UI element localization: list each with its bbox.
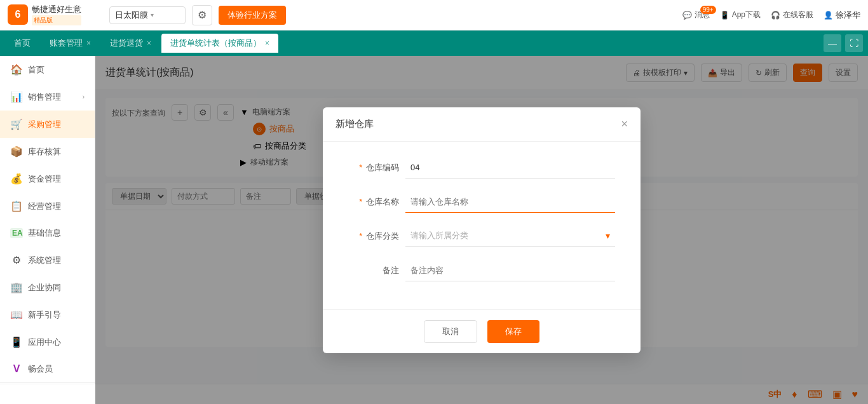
- code-label: * 仓库编码: [348, 162, 399, 173]
- headset-icon: 🎧: [771, 11, 780, 20]
- tab-home[interactable]: 首页: [5, 34, 39, 53]
- user-profile-button[interactable]: 👤 徐泽华: [824, 10, 860, 21]
- settings-button[interactable]: ⚙: [192, 5, 212, 25]
- online-service-button[interactable]: 🎧 在线客服: [771, 10, 813, 20]
- sidebar-item-sales-label: 销售管理: [28, 91, 61, 103]
- message-button[interactable]: 💬 99+ 消息: [682, 10, 710, 20]
- top-header: 6 畅捷通好生意 精品版 日太阳膜 ▾ ⚙ 体验行业方案 💬 99+ 消息 📱 …: [0, 0, 868, 30]
- tab-account-close[interactable]: ×: [86, 39, 91, 48]
- sidebar-sales-arrow: ›: [83, 93, 85, 100]
- warehouse-code-input[interactable]: [405, 157, 615, 178]
- sidebar-item-system-label: 系统管理: [28, 255, 61, 266]
- logo-badge: 精品版: [32, 15, 81, 25]
- form-row-code: * 仓库编码: [348, 157, 615, 178]
- warehouse-note-input[interactable]: [405, 260, 615, 281]
- avatar-icon: 👤: [824, 11, 833, 20]
- sidebar-item-operations[interactable]: 📋 经营管理: [0, 192, 95, 220]
- tab-purchase-return-close[interactable]: ×: [147, 39, 151, 48]
- sidebar-item-home-label: 首页: [28, 64, 44, 76]
- inventory-icon: 📦: [10, 145, 23, 158]
- warehouse-name-input[interactable]: [405, 191, 615, 213]
- warehouse-category-select[interactable]: 请输入所属分类 ▾: [405, 226, 615, 247]
- sidebar-item-finance[interactable]: 💰 资金管理: [0, 165, 95, 192]
- save-button[interactable]: 保存: [487, 320, 539, 343]
- sidebar-item-enterprise[interactable]: 🏢 企业协同: [0, 274, 95, 301]
- tab-account-label: 账套管理: [50, 37, 83, 49]
- sidebar-item-purchase-label: 采购管理: [28, 119, 61, 130]
- dialog-title: 新增仓库: [336, 118, 374, 130]
- logo-area: 6 畅捷通好生意 精品版: [8, 4, 103, 25]
- message-icon: 💬: [682, 11, 692, 20]
- app-download-button[interactable]: 📱 App下载: [720, 10, 761, 20]
- tab-purchase-return[interactable]: 进货退货 ×: [101, 34, 160, 53]
- finance-icon: 💰: [10, 173, 23, 185]
- sidebar-item-apps-label: 应用中心: [28, 337, 61, 348]
- sidebar-item-system[interactable]: ⚙ 系统管理: [0, 246, 95, 274]
- sidebar-item-apps[interactable]: 📱 应用中心: [0, 328, 95, 356]
- tab-actions: — ⛶: [824, 34, 863, 52]
- user-name: 徐泽华: [836, 10, 860, 21]
- dropdown-arrow-icon: ▾: [151, 11, 154, 18]
- purchase-icon: 🛒: [10, 118, 23, 130]
- trial-button[interactable]: 体验行业方案: [219, 6, 286, 25]
- sidebar-item-home[interactable]: 🏠 首页: [0, 56, 95, 83]
- dialog-body: * 仓库编码 * 仓库名称 *: [323, 142, 641, 309]
- phone-icon: 📱: [720, 11, 729, 20]
- guide-icon: 📖: [10, 309, 23, 321]
- category-dropdown-icon: ▾: [606, 231, 610, 241]
- tab-home-label: 首页: [14, 37, 31, 49]
- store-selector[interactable]: 日太阳膜 ▾: [109, 6, 186, 24]
- form-row-name: * 仓库名称: [348, 191, 615, 213]
- sidebar-item-enterprise-label: 企业协同: [28, 282, 61, 293]
- sales-icon: 📊: [10, 91, 23, 103]
- logo-text: 畅捷通好生意: [32, 4, 81, 15]
- tab-purchase-stats-close[interactable]: ×: [265, 39, 269, 48]
- apps-icon: 📱: [10, 336, 23, 348]
- dialog-close-button[interactable]: ×: [621, 118, 628, 131]
- category-label: * 仓库分类: [348, 231, 399, 242]
- sidebar: 🏠 首页 📊 销售管理 › 🛒 采购管理 📦 库存核算 💰 资金管理 📋 经营管…: [0, 56, 95, 404]
- sidebar-item-purchase[interactable]: 🛒 采购管理: [0, 111, 95, 138]
- cancel-button[interactable]: 取消: [424, 320, 477, 343]
- tab-purchase-stats-label: 进货单统计表（按商品）: [170, 37, 261, 49]
- form-row-category: * 仓库分类 请输入所属分类 ▾: [348, 226, 615, 247]
- content-area: 进货单统计(按商品) 🖨 按模板打印 ▾ 📤 导出 ↻ 刷新 查询: [95, 56, 868, 404]
- app-download-label: App下载: [732, 10, 761, 20]
- sidebar-item-sales[interactable]: 📊 销售管理 ›: [0, 83, 95, 111]
- online-service-label: 在线客服: [783, 10, 813, 20]
- sidebar-item-basic-label: 基础信息: [28, 227, 61, 239]
- sidebar-item-operations-label: 经营管理: [28, 201, 61, 212]
- message-badge: 99+: [700, 6, 716, 14]
- sidebar-item-vip[interactable]: V 畅会员: [0, 356, 95, 382]
- form-row-note: 备注: [348, 260, 615, 281]
- sidebar-item-guide-label: 新手引导: [28, 309, 61, 321]
- tab-min-button[interactable]: —: [824, 34, 841, 52]
- tab-max-button[interactable]: ⛶: [845, 34, 863, 52]
- header-right: 💬 99+ 消息 📱 App下载 🎧 在线客服 👤 徐泽华: [682, 10, 860, 21]
- sidebar-item-finance-label: 资金管理: [28, 173, 61, 185]
- tab-bar: 首页 账套管理 × 进货退货 × 进货单统计表（按商品） × — ⛶: [0, 30, 868, 56]
- logo-icon: 6: [8, 4, 28, 25]
- category-placeholder: 请输入所属分类: [410, 230, 468, 241]
- home-icon: 🏠: [10, 64, 23, 76]
- tab-purchase-return-label: 进货退货: [110, 37, 143, 49]
- name-label: * 仓库名称: [348, 196, 399, 208]
- note-label: 备注: [348, 265, 399, 276]
- new-warehouse-dialog: 新增仓库 × * 仓库编码 * 仓库名称: [323, 107, 641, 353]
- dialog-overlay: 新增仓库 × * 仓库编码 * 仓库名称: [95, 56, 868, 404]
- sidebar-item-guide[interactable]: 📖 新手引导: [0, 301, 95, 328]
- system-icon: ⚙: [10, 254, 23, 266]
- dialog-header: 新增仓库 ×: [323, 107, 641, 142]
- operations-icon: 📋: [10, 200, 23, 212]
- enterprise-icon: 🏢: [10, 281, 23, 293]
- sidebar-item-inventory-label: 库存核算: [28, 146, 61, 158]
- store-name: 日太阳膜: [115, 10, 148, 21]
- dialog-footer: 取消 保存: [323, 309, 641, 353]
- gear-icon: ⚙: [198, 9, 207, 21]
- basic-info-icon: EA: [10, 228, 23, 238]
- sidebar-item-basic[interactable]: EA 基础信息: [0, 220, 95, 246]
- tab-account[interactable]: 账套管理 ×: [41, 34, 100, 53]
- sidebar-item-inventory[interactable]: 📦 库存核算: [0, 138, 95, 165]
- tab-purchase-stats[interactable]: 进货单统计表（按商品） ×: [161, 34, 278, 53]
- main-layout: 🏠 首页 📊 销售管理 › 🛒 采购管理 📦 库存核算 💰 资金管理 📋 经营管…: [0, 56, 868, 404]
